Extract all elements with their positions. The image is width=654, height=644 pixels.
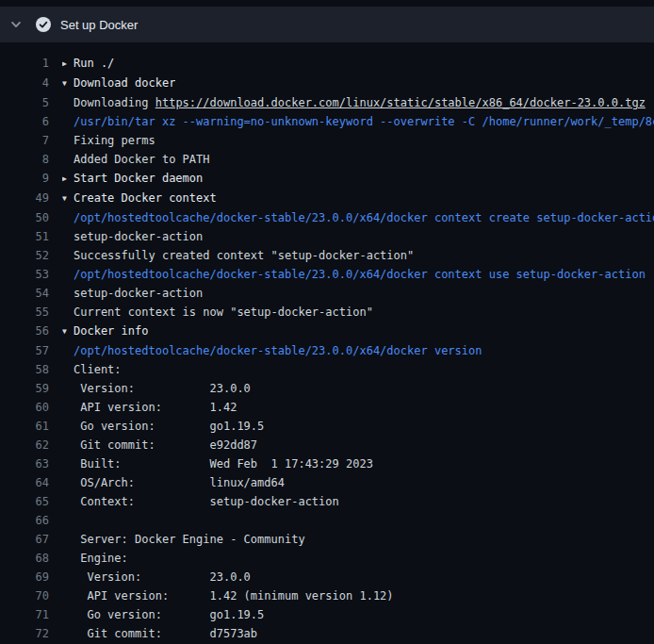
- log-text: Engine:: [74, 552, 128, 565]
- line-content: Go version: go1.19.5: [62, 417, 264, 436]
- line-content: /opt/hostedtoolcache/docker-stable/23.0.…: [62, 265, 646, 284]
- chevron-down-icon[interactable]: ▼: [62, 190, 74, 208]
- log-line: 7Fixing perms: [0, 131, 654, 150]
- log-line: 72 Git commit: d7573ab: [0, 624, 654, 643]
- line-number[interactable]: 8: [0, 150, 49, 169]
- line-content: Built: Wed Feb 1 17:43:29 2023: [62, 454, 373, 473]
- line-number[interactable]: 72: [0, 624, 49, 643]
- log-line: 50/opt/hostedtoolcache/docker-stable/23.…: [0, 208, 654, 227]
- line-number[interactable]: 59: [0, 379, 49, 398]
- log-line: 5Downloading https://download.docker.com…: [0, 93, 654, 112]
- line-number[interactable]: 67: [0, 530, 49, 549]
- line-content: Version: 23.0.0: [62, 379, 251, 398]
- line-number[interactable]: 49: [0, 189, 49, 208]
- line-number[interactable]: 71: [0, 605, 49, 624]
- line-number[interactable]: 7: [0, 131, 49, 150]
- log-link[interactable]: https://download.docker.com/linux/static…: [155, 96, 646, 109]
- line-number[interactable]: 50: [0, 208, 49, 227]
- line-number[interactable]: 55: [0, 303, 49, 322]
- log-line: 57/opt/hostedtoolcache/docker-stable/23.…: [0, 341, 654, 360]
- log-text: Start Docker daemon: [74, 172, 203, 185]
- chevron-right-icon[interactable]: ▶: [62, 55, 74, 74]
- log-line: 65 Context: setup-docker-action: [0, 492, 654, 511]
- step-header[interactable]: Set up Docker: [0, 7, 654, 42]
- log-text: Go version: go1.19.5: [74, 420, 264, 433]
- line-content: Added Docker to PATH: [62, 150, 210, 169]
- chevron-down-icon[interactable]: [9, 18, 23, 31]
- line-number[interactable]: 62: [0, 436, 49, 454]
- log-line: 70 API version: 1.42 (minimum version 1.…: [0, 586, 654, 605]
- line-number[interactable]: 61: [0, 417, 49, 436]
- line-number[interactable]: 51: [0, 227, 49, 246]
- line-content: Fixing perms: [62, 131, 155, 150]
- line-number[interactable]: 6: [0, 112, 49, 131]
- log-text: Create Docker context: [74, 191, 217, 205]
- line-content: Current context is now "setup-docker-act…: [62, 303, 373, 322]
- line-number[interactable]: 66: [0, 511, 49, 530]
- line-number[interactable]: 1: [0, 54, 49, 74]
- line-number[interactable]: 4: [0, 74, 49, 93]
- line-number[interactable]: 54: [0, 284, 49, 303]
- line-content: Server: Docker Engine - Community: [62, 530, 305, 549]
- line-number[interactable]: 70: [0, 586, 49, 605]
- log-text: Git commit: d7573ab: [74, 627, 257, 640]
- log-text: Go version: go1.19.5: [74, 608, 264, 621]
- line-content: API version: 1.42 (minimum version 1.12): [62, 586, 394, 605]
- log-text: Built: Wed Feb 1 17:43:29 2023: [74, 457, 373, 471]
- log-line[interactable]: 9▶Start Docker daemon: [0, 169, 654, 189]
- log-line[interactable]: 4▼Download docker: [0, 74, 654, 93]
- line-content: Git commit: e92dd87: [62, 436, 257, 454]
- chevron-down-icon[interactable]: ▼: [62, 322, 74, 341]
- log-line: 54setup-docker-action: [0, 284, 654, 303]
- log-lines: 1▶Run ./4▼Download docker5Downloading ht…: [0, 42, 654, 643]
- line-content: API version: 1.42: [62, 398, 237, 417]
- line-content: Engine:: [62, 549, 128, 568]
- line-number[interactable]: 64: [0, 473, 49, 492]
- line-number[interactable]: 57: [0, 341, 49, 360]
- line-content: ▶Start Docker daemon: [62, 169, 203, 189]
- line-number[interactable]: 60: [0, 398, 49, 417]
- line-number[interactable]: 56: [0, 322, 49, 341]
- log-text: /opt/hostedtoolcache/docker-stable/23.0.…: [74, 211, 654, 224]
- line-content: Go version: go1.19.5: [62, 605, 264, 624]
- log-line: 63 Built: Wed Feb 1 17:43:29 2023: [0, 454, 654, 473]
- line-number[interactable]: 9: [0, 169, 49, 189]
- line-number[interactable]: 63: [0, 454, 49, 473]
- log-line: 59 Version: 23.0.0: [0, 379, 654, 398]
- log-line: 6/usr/bin/tar xz --warning=no-unknown-ke…: [0, 112, 654, 131]
- log-line[interactable]: 1▶Run ./: [0, 54, 654, 74]
- log-text: Version: 23.0.0: [74, 382, 251, 395]
- line-number[interactable]: 5: [0, 93, 49, 112]
- log-line: 51setup-docker-action: [0, 227, 654, 246]
- line-content: setup-docker-action: [62, 227, 203, 246]
- line-content: Successfully created context "setup-dock…: [62, 246, 414, 265]
- line-content: /opt/hostedtoolcache/docker-stable/23.0.…: [62, 341, 482, 360]
- line-content: ▼Create Docker context: [62, 189, 217, 208]
- line-number[interactable]: 52: [0, 246, 49, 265]
- line-number[interactable]: 69: [0, 568, 49, 586]
- log-line: 55Current context is now "setup-docker-a…: [0, 303, 654, 322]
- chevron-down-icon[interactable]: ▼: [62, 74, 74, 93]
- line-content: Git commit: d7573ab: [62, 624, 257, 643]
- log-text: Run ./: [74, 57, 114, 70]
- line-number[interactable]: 65: [0, 492, 49, 511]
- log-line: 60 API version: 1.42: [0, 398, 654, 417]
- log-text: Version: 23.0.0: [74, 570, 251, 584]
- line-content: Client:: [62, 360, 122, 379]
- line-number[interactable]: 53: [0, 265, 49, 284]
- line-content: Context: setup-docker-action: [62, 492, 339, 511]
- log-line[interactable]: 56▼Docker info: [0, 322, 654, 341]
- log-text: Fixing perms: [74, 134, 155, 147]
- check-circle-icon: [36, 17, 51, 32]
- log-text: Context: setup-docker-action: [74, 495, 339, 508]
- line-number[interactable]: 58: [0, 360, 49, 379]
- chevron-right-icon[interactable]: ▶: [62, 170, 74, 189]
- line-content: /opt/hostedtoolcache/docker-stable/23.0.…: [62, 208, 654, 227]
- line-number[interactable]: 68: [0, 549, 49, 568]
- log-line: 64 OS/Arch: linux/amd64: [0, 473, 654, 492]
- log-line: 53/opt/hostedtoolcache/docker-stable/23.…: [0, 265, 654, 284]
- line-content: ▼Download docker: [62, 74, 175, 93]
- log-text: Docker info: [74, 324, 148, 338]
- log-line[interactable]: 49▼Create Docker context: [0, 189, 654, 208]
- log-text: setup-docker-action: [74, 287, 203, 300]
